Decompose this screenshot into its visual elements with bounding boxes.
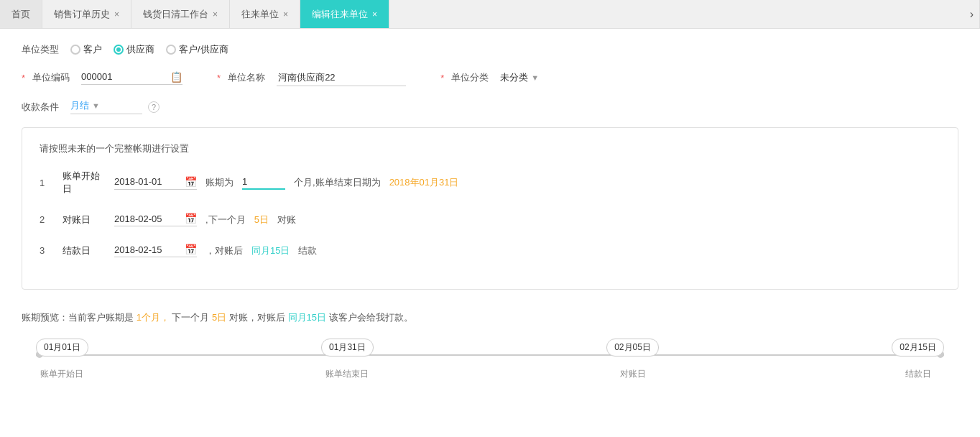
unit-category-label: 单位分类 xyxy=(451,71,489,84)
timeline-label-0: 账单开始日 xyxy=(40,368,83,380)
unit-category-star: * xyxy=(440,73,444,83)
preview-text: 账期预览：当前客户账期是 1个月， 下一个月 5日 对账，对账后 同月15日 该… xyxy=(22,311,958,324)
timeline-badge-1: 01月31日 xyxy=(321,339,374,356)
unit-code-input[interactable]: 000001 xyxy=(81,71,167,82)
timeline-wrapper: 01月01日 账单开始日 01月31日 账单结束日 02月05日 对账日 02月… xyxy=(22,339,958,380)
payment-terms-select[interactable]: 月结 ▼ xyxy=(70,99,142,114)
radio-group-unit-type: 客户 供应商 客户/供应商 xyxy=(70,43,228,56)
unit-name-input[interactable]: 河南供应商22 xyxy=(277,69,406,86)
radio-supplier-circle xyxy=(114,45,124,55)
tab-partner-label: 往来单位 xyxy=(241,8,279,21)
unit-category-chevron: ▼ xyxy=(531,73,539,82)
period-num-1: 1 xyxy=(40,178,54,188)
period-row-1: 1 账单开始日 📅 账期为 个月,账单结束日期为 2018年01月31日 xyxy=(40,170,940,196)
period-settings-card: 请按照未来的一个完整帐期进行设置 1 账单开始日 📅 账期为 个月,账单结束日期… xyxy=(22,127,958,290)
radio-customer[interactable]: 客户 xyxy=(70,43,102,56)
tab-partner[interactable]: 往来单位 × xyxy=(230,0,300,28)
preview-part2-suffix: 对账，对账后 xyxy=(229,312,285,323)
timeline-items: 01月01日 账单开始日 01月31日 账单结束日 02月05日 对账日 02月… xyxy=(36,339,944,380)
period-date-1: 📅 xyxy=(114,176,197,190)
preview-section: 账期预览：当前客户账期是 1个月， 下一个月 5日 对账，对账后 同月15日 该… xyxy=(22,304,958,387)
timeline-label-1: 账单结束日 xyxy=(325,368,369,380)
radio-both-circle xyxy=(166,45,176,55)
unit-category-select[interactable]: 未分类 ▼ xyxy=(500,71,558,84)
unit-name-label: 单位名称 xyxy=(228,71,265,84)
period-prefix-3: ，对账后 xyxy=(205,244,243,257)
radio-both-label: 客户/供应商 xyxy=(179,43,228,56)
period-highlight-date-1: 2018年01月31日 xyxy=(389,176,459,189)
tab-partner-close[interactable]: × xyxy=(283,9,288,19)
tab-sales-history[interactable]: 销售订单历史 × xyxy=(42,0,131,28)
tab-edit-partner-label: 编辑往来单位 xyxy=(312,8,368,21)
timeline-label-3: 结款日 xyxy=(905,368,931,380)
period-calendar-1[interactable]: 📅 xyxy=(185,176,197,188)
tab-bar: 首页 销售订单历史 × 钱货日清工作台 × 往来单位 × 编辑往来单位 × › xyxy=(0,0,980,29)
timeline-item-0: 01月01日 账单开始日 xyxy=(36,339,88,380)
timeline-badge-2: 02月05日 xyxy=(606,339,659,356)
timeline-label-2: 对账日 xyxy=(620,368,646,380)
tab-home-label: 首页 xyxy=(11,8,30,21)
period-month-unit-1: 个月,账单结束日期为 xyxy=(294,176,381,189)
period-date-input-2[interactable] xyxy=(114,213,179,224)
unit-type-label: 单位类型 xyxy=(22,43,59,56)
unit-code-icon[interactable]: 📋 xyxy=(170,71,182,83)
payment-terms-help[interactable]: ? xyxy=(148,101,160,113)
period-num-2: 2 xyxy=(40,214,54,225)
tab-cash-work[interactable]: 钱货日清工作台 × xyxy=(131,0,230,28)
preview-part3-suffix: 该客户会给我打款。 xyxy=(329,312,413,323)
tab-edit-partner-close[interactable]: × xyxy=(372,9,377,19)
timeline-item-1: 01月31日 账单结束日 xyxy=(321,339,374,380)
period-field-label-3: 结款日 xyxy=(63,244,106,257)
period-suffix-label-1: 账期为 xyxy=(205,176,234,189)
period-date-2: 📅 xyxy=(114,213,197,226)
period-suffix-2: 对账 xyxy=(277,213,296,226)
radio-customer-circle xyxy=(70,45,80,55)
radio-both[interactable]: 客户/供应商 xyxy=(166,43,228,56)
radio-customer-label: 客户 xyxy=(83,43,102,56)
timeline-item-2: 02月05日 对账日 xyxy=(606,339,659,380)
unit-name-star: * xyxy=(217,73,221,83)
period-calendar-2[interactable]: 📅 xyxy=(185,213,197,224)
period-highlight-2: 5日 xyxy=(254,213,269,226)
tab-home[interactable]: 首页 xyxy=(0,0,42,28)
period-num-3: 3 xyxy=(40,245,54,256)
payment-terms-arrow: ▼ xyxy=(92,101,100,110)
tab-scroll-right[interactable]: › xyxy=(964,0,980,28)
period-suffix-3: 结款 xyxy=(298,244,317,257)
period-row-2: 2 对账日 📅 ,下一个月 5日 对账 xyxy=(40,213,940,226)
unit-code-label: 单位编码 xyxy=(32,71,70,84)
period-highlight-3: 同月15日 xyxy=(251,244,290,257)
main-content: 单位类型 客户 供应商 客户/供应商 * 单位编码 000001 📋 xyxy=(0,29,980,437)
unit-code-group: * 单位编码 000001 📋 xyxy=(22,71,182,85)
period-month-value[interactable] xyxy=(242,176,285,187)
preview-label: 账期预览：当前客户账期是 xyxy=(22,312,134,323)
period-date-input-1[interactable] xyxy=(114,176,179,187)
tab-sales-history-close[interactable]: × xyxy=(114,9,119,19)
unit-category-group: * 单位分类 未分类 ▼ xyxy=(440,71,558,84)
preview-part3-highlight: 同月15日 xyxy=(288,312,326,323)
period-calendar-3[interactable]: 📅 xyxy=(185,244,197,255)
period-prefix-2: ,下一个月 xyxy=(205,213,246,226)
tab-sales-history-label: 销售订单历史 xyxy=(54,8,110,21)
unit-name-group: * 单位名称 河南供应商22 xyxy=(217,69,406,86)
unit-fields-row: * 单位编码 000001 📋 * 单位名称 河南供应商22 * 单位分类 未分… xyxy=(22,69,958,86)
period-field-label-1: 账单开始日 xyxy=(63,170,106,196)
payment-terms-row: 收款条件 月结 ▼ ? xyxy=(22,99,958,114)
period-month-input xyxy=(242,176,285,190)
preview-part2-prefix: 下一个月 xyxy=(172,312,209,323)
tab-edit-partner[interactable]: 编辑往来单位 × xyxy=(300,0,389,28)
radio-supplier[interactable]: 供应商 xyxy=(114,43,154,56)
period-date-3: 📅 xyxy=(114,244,197,257)
preview-part2-highlight: 5日 xyxy=(212,312,226,323)
payment-terms-label: 收款条件 xyxy=(22,101,59,114)
period-field-label-2: 对账日 xyxy=(63,213,106,226)
timeline-badge-3: 02月15日 xyxy=(892,339,944,356)
tab-cash-work-label: 钱货日清工作台 xyxy=(143,8,208,21)
payment-terms-value: 月结 xyxy=(70,99,89,112)
unit-category-value: 未分类 xyxy=(500,71,528,84)
period-date-input-3[interactable] xyxy=(114,244,179,255)
tab-cash-work-close[interactable]: × xyxy=(213,9,218,19)
unit-code-field: 000001 📋 xyxy=(81,71,182,85)
radio-supplier-label: 供应商 xyxy=(126,43,154,56)
preview-part1: 1个月， xyxy=(137,312,170,323)
